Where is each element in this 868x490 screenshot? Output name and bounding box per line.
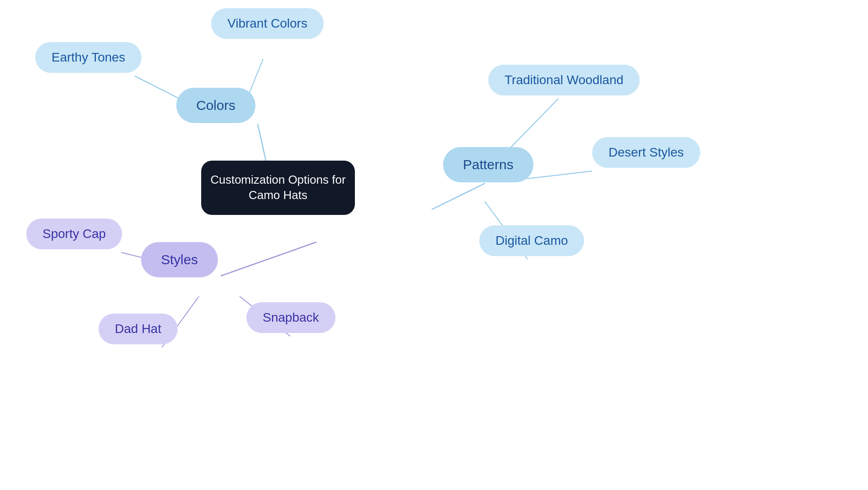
vibrant-colors-node[interactable]: Vibrant Colors <box>211 8 324 39</box>
styles-node[interactable]: Styles <box>141 242 218 277</box>
desert-styles-node[interactable]: Desert Styles <box>592 137 700 168</box>
traditional-woodland-node[interactable]: Traditional Woodland <box>488 65 640 95</box>
svg-line-5 <box>527 171 592 179</box>
patterns-node[interactable]: Patterns <box>443 147 533 182</box>
svg-line-3 <box>432 183 485 209</box>
colors-node[interactable]: Colors <box>176 88 255 123</box>
mindmap-canvas: Customization Options for Camo Hats Colo… <box>0 0 868 490</box>
dad-hat-node[interactable]: Dad Hat <box>99 314 178 344</box>
sporty-cap-node[interactable]: Sporty Cap <box>26 219 122 249</box>
digital-camo-node[interactable]: Digital Camo <box>479 225 584 256</box>
center-node[interactable]: Customization Options for Camo Hats <box>201 161 355 215</box>
snapback-node[interactable]: Snapback <box>246 302 335 333</box>
earthy-tones-node[interactable]: Earthy Tones <box>35 42 142 73</box>
svg-line-7 <box>221 242 316 276</box>
